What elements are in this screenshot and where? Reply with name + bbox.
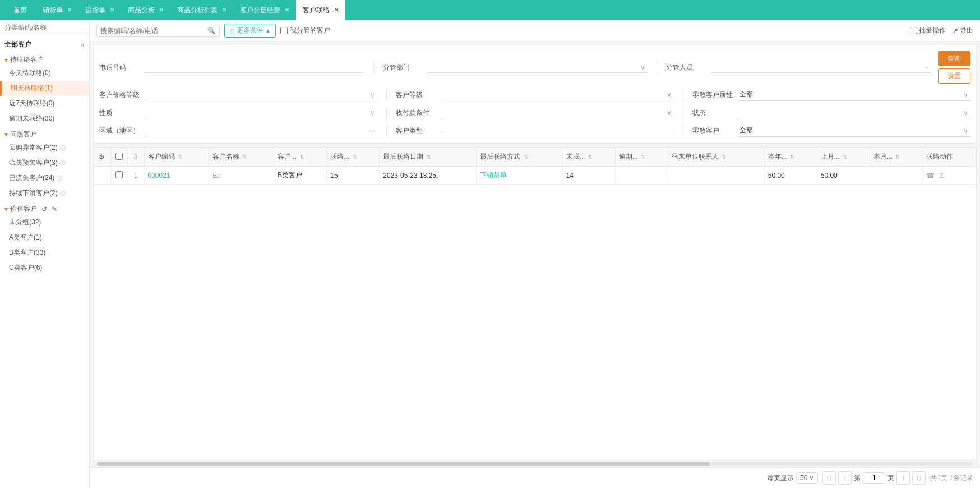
sidebar-item-today[interactable]: 今天待联络(0) <box>0 66 89 81</box>
action-call-icon[interactable]: ☎ <box>926 172 935 179</box>
all-customers-title[interactable]: 全部客户 « <box>0 35 89 52</box>
sidebar-item-ungrouped[interactable]: 未分组(32) <box>0 215 89 230</box>
per-page-dropdown[interactable]: 50 ∨ <box>796 472 818 484</box>
row-actions[interactable]: ☎ ⊞ <box>922 167 976 185</box>
refresh-icon[interactable]: ↺ <box>41 205 47 213</box>
sidebar-item-class-b[interactable]: B类客户(33) <box>0 245 89 260</box>
select-all-checkbox[interactable] <box>115 153 123 160</box>
nav-tab-4[interactable]: 客户分层经营 ✕ <box>233 0 296 20</box>
col-overdue[interactable]: 逾期... ⇅ <box>615 148 668 167</box>
pagination: ⟨⟨ ⟨ 第 页 ⟩ ⟩⟩ <box>822 471 926 485</box>
retail-attr-select[interactable]: 全部 ∨ <box>737 89 970 101</box>
col-customer-type[interactable]: 客户... ⇅ <box>274 148 327 167</box>
close-tab-4-icon[interactable]: ✕ <box>285 0 289 20</box>
sidebar-item-repurchase-anomaly[interactable]: 回购异常客户(2) ⓘ <box>0 140 89 155</box>
nav-tab-1[interactable]: 进货单 ✕ <box>78 0 121 20</box>
sidebar-search-input[interactable] <box>4 24 89 31</box>
nav-home[interactable]: 首页 <box>4 0 36 20</box>
gender-select[interactable]: ∨ <box>144 108 377 118</box>
dept-select[interactable]: ∨ <box>428 62 648 73</box>
edit-icon[interactable]: ✎ <box>52 205 57 213</box>
customer-type-select[interactable] <box>441 130 674 132</box>
close-tab-0-icon[interactable]: ✕ <box>67 0 72 20</box>
sidebar-item-churned[interactable]: 已流失客户(24) ⓘ <box>0 171 89 186</box>
page-number-input[interactable] <box>863 472 885 484</box>
sidebar-item-tomorrow[interactable]: 明天待联络(1) <box>0 81 89 96</box>
more-filter-button[interactable]: ⊟ 更多条件 ▲ <box>224 24 276 38</box>
action-more-icon[interactable]: ⊞ <box>939 172 945 179</box>
row-company-contact <box>668 167 764 185</box>
sidebar-item-churn-warning[interactable]: 流失预警客户(3) ⓘ <box>0 155 89 171</box>
group-pending-contact: ▾ 待联络客户 <box>0 52 89 66</box>
sort-date-icon: ⇅ <box>427 154 431 160</box>
col-last-contact-date[interactable]: 最后联络日期 ⇅ <box>380 148 477 167</box>
col-customer-name[interactable]: 客户名称 ⇅ <box>209 148 274 167</box>
col-no-contact[interactable]: 未联... ⇅ <box>562 148 615 167</box>
row-code[interactable]: 000021 <box>144 167 209 185</box>
nav-tab-5[interactable]: 客户联络 ✕ <box>296 0 345 20</box>
query-button[interactable]: 查询 <box>938 51 970 66</box>
col-contact-count[interactable]: 联络... ⇅ <box>327 148 380 167</box>
row-last-contact-method[interactable]: 下销货单 <box>477 167 562 185</box>
sidebar-item-overdue[interactable]: 逾期未联络(30) <box>0 111 89 126</box>
row-select-checkbox[interactable] <box>115 171 123 178</box>
horizontal-scrollbar[interactable] <box>94 460 976 467</box>
nav-tab-0[interactable]: 销货单 ✕ <box>36 0 78 20</box>
settings-button[interactable]: 设置 <box>938 68 970 84</box>
next-page-button[interactable]: ⟩ <box>896 471 910 485</box>
filter-arrow-icon: ▲ <box>265 27 271 34</box>
sidebar-item-week[interactable]: 近7天待联络(0) <box>0 96 89 111</box>
batch-operation-button[interactable]: 批量操作 <box>910 26 946 35</box>
customer-value-select[interactable]: ∨ <box>144 90 377 100</box>
status-select[interactable]: ∨ <box>737 108 970 118</box>
close-tab-3-icon[interactable]: ✕ <box>222 0 226 20</box>
manager-more-icon: ··· <box>923 63 929 71</box>
prev-page-button[interactable]: ⟨ <box>838 471 852 485</box>
close-tab-2-icon[interactable]: ✕ <box>159 0 164 20</box>
export-icon: ↗ <box>953 27 958 35</box>
col-company-contact[interactable]: 往来单位联系人 ⇅ <box>668 148 764 167</box>
col-this-month[interactable]: 本月... ⇅ <box>870 148 922 167</box>
col-this-year[interactable]: 本年... ⇅ <box>764 148 817 167</box>
my-customers-checkbox-label[interactable]: 我分管的客户 <box>280 26 330 35</box>
filter-row-4: 区域（地区） ··· 客户类型 零散客户 全部 ∨ <box>99 124 970 137</box>
info-icon-4: ⓘ <box>60 190 66 197</box>
last-page-button[interactable]: ⟩⟩ <box>912 471 926 485</box>
filter-row-2: 客户价格等级 ∨ 客户等级 ∨ 零散客户属性 全部 <box>99 88 970 102</box>
row-checkbox[interactable] <box>110 167 127 185</box>
sort-overdue-icon: ⇅ <box>641 154 645 160</box>
close-tab-5-icon[interactable]: ✕ <box>334 0 339 20</box>
col-checkbox[interactable] <box>110 148 127 167</box>
retail-customer-select[interactable]: 全部 ∨ <box>737 125 970 137</box>
region-select[interactable]: ··· <box>144 126 377 136</box>
col-last-month[interactable]: 上月... ⇅ <box>817 148 870 167</box>
g-chevron-icon: ∨ <box>370 109 375 117</box>
info-icon-3: ⓘ <box>57 174 62 182</box>
customer-grade-select[interactable]: ∨ <box>441 90 674 100</box>
sidebar-item-class-c[interactable]: C类客户(6) <box>0 260 89 275</box>
payment-label: 收付款条件 <box>396 108 441 118</box>
collapse-icon[interactable]: « <box>81 41 85 49</box>
manager-select[interactable]: ··· <box>711 62 931 73</box>
row-name[interactable]: Ea <box>209 167 274 185</box>
retail-attr-field: 零散客户属性 全部 ∨ <box>692 89 970 101</box>
my-customers-checkbox[interactable] <box>280 27 288 34</box>
filter-row-3: 性质 ∨ 收付款条件 ∨ 状态 ∨ <box>99 106 970 119</box>
search-button-icon[interactable]: 🔍 <box>207 27 216 35</box>
close-tab-1-icon[interactable]: ✕ <box>110 0 114 20</box>
nav-tab-2[interactable]: 商品分析 ✕ <box>121 0 170 20</box>
row-last-contact-date: 2023-05-23 18:25: <box>380 167 477 185</box>
sidebar-item-declining[interactable]: 持续下滑客户(2) ⓘ <box>0 186 89 201</box>
search-input[interactable] <box>100 27 207 35</box>
sidebar-search-bar: 🔍 <box>0 20 89 35</box>
export-button[interactable]: ↗ 导出 <box>953 26 973 35</box>
col-last-contact-method[interactable]: 最后联络方式 ⇅ <box>477 148 562 167</box>
col-settings[interactable]: ⚙ <box>94 148 110 167</box>
sidebar-item-class-a[interactable]: A类客户(1) <box>0 230 89 245</box>
batch-checkbox[interactable] <box>910 27 917 34</box>
first-page-button[interactable]: ⟨⟨ <box>822 471 836 485</box>
col-customer-code[interactable]: 客户编码 ⇅ <box>144 148 209 167</box>
payment-select[interactable]: ∨ <box>441 108 674 118</box>
phone-input[interactable] <box>144 62 364 73</box>
nav-tab-3[interactable]: 商品分析列表 ✕ <box>170 0 233 20</box>
